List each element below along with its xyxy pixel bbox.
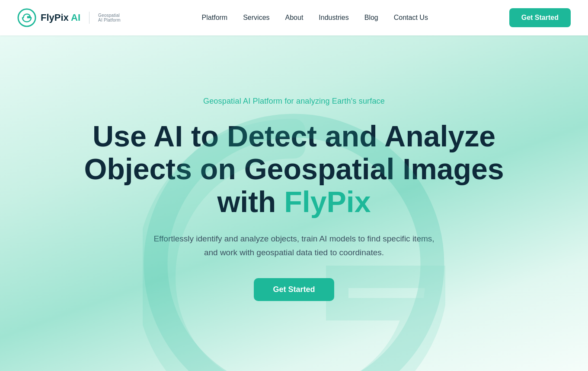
nav-cta-button[interactable]: Get Started [509, 8, 571, 27]
nav-item-blog: Blog [364, 14, 378, 22]
logo-link[interactable]: FlyPix AI Geospatial AI Platform [17, 8, 121, 27]
logo-divider [89, 12, 89, 24]
nav-link-contact[interactable]: Contact Us [394, 14, 428, 21]
nav-link-platform[interactable]: Platform [202, 14, 228, 21]
nav-link-services[interactable]: Services [243, 14, 269, 21]
logo-icon [17, 8, 36, 27]
logo-sub2: AI Platform [98, 18, 121, 22]
svg-point-0 [18, 9, 35, 26]
navbar: FlyPix AI Geospatial AI Platform Platfor… [0, 0, 588, 35]
nav-link-industries[interactable]: Industries [319, 14, 348, 21]
nav-item-contact: Contact Us [394, 14, 428, 22]
hero-description: Effortlessly identify and analyze object… [147, 232, 441, 259]
nav-link-about[interactable]: About [285, 14, 304, 21]
hero-title-brand: FlyPix [284, 185, 371, 218]
logo-name: FlyPix AI [41, 13, 80, 23]
hero-title: Use AI to Detect and Analyze Objects on … [65, 120, 523, 218]
nav-item-industries: Industries [319, 14, 348, 22]
nav-item-about: About [285, 14, 304, 22]
logo-text: FlyPix AI [41, 13, 80, 23]
logo-tagline: Geospatial AI Platform [98, 13, 121, 22]
hero-cta-button[interactable]: Get Started [254, 278, 334, 301]
nav-link-blog[interactable]: Blog [364, 14, 378, 21]
hero-subtitle: Geospatial AI Platform for analyzing Ear… [203, 97, 385, 106]
nav-item-platform: Platform [202, 14, 228, 22]
hero-section: Geospatial AI Platform for analyzing Ear… [0, 35, 588, 371]
logo-sub1: Geospatial [98, 13, 121, 18]
nav-links: Platform Services About Industries Blog … [202, 14, 428, 22]
nav-item-services: Services [243, 14, 269, 22]
